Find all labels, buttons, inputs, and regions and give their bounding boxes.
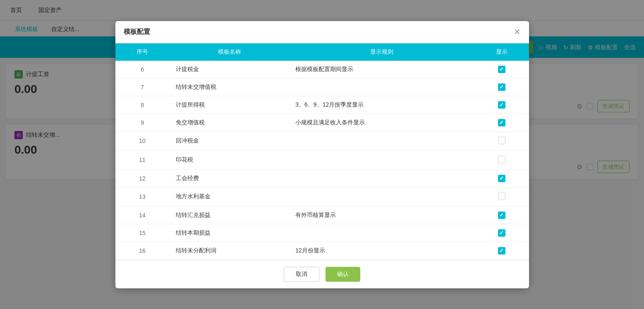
row-rule: 3、6、9、12月按季度显示 xyxy=(289,96,474,114)
row-display[interactable] xyxy=(474,78,529,96)
row-seq: 11 xyxy=(115,150,170,169)
row-display[interactable] xyxy=(474,187,529,206)
config-table: 序号 模板名称 显示规则 显示 6计提税金根据模板配置期间显示7结转未交增值税8… xyxy=(115,43,529,260)
row-name: 计提税金 xyxy=(170,61,290,78)
row-seq: 15 xyxy=(115,224,170,242)
col-rule: 显示规则 xyxy=(289,43,474,61)
table-row: 12工会经费 xyxy=(115,169,529,187)
checkbox-checked[interactable] xyxy=(498,175,505,182)
row-display[interactable] xyxy=(474,96,529,114)
table-row: 8计提所得税3、6、9、12月按季度显示 xyxy=(115,96,529,114)
row-name: 工会经费 xyxy=(170,169,290,187)
checkbox-checked[interactable] xyxy=(498,247,505,254)
col-seq: 序号 xyxy=(115,43,170,61)
table-row: 10回冲税金 xyxy=(115,131,529,150)
checkbox-checked[interactable] xyxy=(498,229,505,237)
row-seq: 14 xyxy=(115,206,170,224)
row-display[interactable] xyxy=(474,61,529,78)
row-display[interactable] xyxy=(474,114,529,131)
checkbox-checked[interactable] xyxy=(498,119,505,126)
table-row: 15结转本期损益 xyxy=(115,224,529,242)
table-row: 13地方水利基金 xyxy=(115,187,529,206)
checkbox-checked[interactable] xyxy=(498,66,505,73)
modal-footer: 取消 确认 xyxy=(115,260,529,288)
checkbox-unchecked[interactable] xyxy=(498,193,505,200)
col-display: 显示 xyxy=(474,43,529,61)
cancel-button[interactable]: 取消 xyxy=(284,267,319,282)
row-rule: 根据模板配置期间显示 xyxy=(289,61,474,78)
row-rule xyxy=(289,131,474,150)
row-name: 结转本期损益 xyxy=(170,224,290,242)
table-row: 14结转汇兑损益有外币核算显示 xyxy=(115,206,529,224)
table-row: 7结转未交增值税 xyxy=(115,78,529,96)
row-rule xyxy=(289,169,474,187)
checkbox-checked[interactable] xyxy=(498,101,505,109)
row-name: 地方水利基金 xyxy=(170,187,290,206)
row-name: 回冲税金 xyxy=(170,131,290,150)
checkbox-checked[interactable] xyxy=(498,212,505,219)
row-seq: 8 xyxy=(115,96,170,114)
modal-title: 模板配置 xyxy=(124,28,150,36)
checkbox-checked[interactable] xyxy=(498,83,505,91)
row-name: 计提所得税 xyxy=(170,96,290,114)
row-seq: 7 xyxy=(115,78,170,96)
col-name: 模板名称 xyxy=(170,43,290,61)
template-config-modal: 模板配置 ✕ 序号 模板名称 显示规则 显示 6计提税金根据模板配置期间显示7结… xyxy=(115,21,529,288)
row-seq: 12 xyxy=(115,169,170,187)
modal-body: 序号 模板名称 显示规则 显示 6计提税金根据模板配置期间显示7结转未交增值税8… xyxy=(115,43,529,260)
checkbox-unchecked[interactable] xyxy=(498,156,505,163)
row-rule xyxy=(289,150,474,169)
confirm-button[interactable]: 确认 xyxy=(326,267,360,282)
row-name: 结转未交增值税 xyxy=(170,78,290,96)
row-seq: 13 xyxy=(115,187,170,206)
table-row: 11印花税 xyxy=(115,150,529,169)
table-row: 6计提税金根据模板配置期间显示 xyxy=(115,61,529,78)
table-row: 9免交增值税小规模且满足收入条件显示 xyxy=(115,114,529,131)
checkbox-unchecked[interactable] xyxy=(498,137,505,144)
row-display[interactable] xyxy=(474,150,529,169)
modal-header: 模板配置 ✕ xyxy=(115,21,529,43)
row-display[interactable] xyxy=(474,131,529,150)
row-name: 结转汇兑损益 xyxy=(170,206,290,224)
row-display[interactable] xyxy=(474,206,529,224)
row-seq: 16 xyxy=(115,242,170,259)
row-display[interactable] xyxy=(474,242,529,259)
row-rule: 小规模且满足收入条件显示 xyxy=(289,114,474,131)
row-seq: 9 xyxy=(115,114,170,131)
row-name: 免交增值税 xyxy=(170,114,290,131)
table-row: 16结转未分配利润12月份显示 xyxy=(115,242,529,259)
row-rule: 有外币核算显示 xyxy=(289,206,474,224)
row-rule xyxy=(289,224,474,242)
modal-overlay[interactable]: 模板配置 ✕ 序号 模板名称 显示规则 显示 6计提税金根据模板配置期间显示7结… xyxy=(0,0,644,309)
row-seq: 10 xyxy=(115,131,170,150)
row-rule: 12月份显示 xyxy=(289,242,474,259)
row-display[interactable] xyxy=(474,224,529,242)
row-display[interactable] xyxy=(474,169,529,187)
row-seq: 6 xyxy=(115,61,170,78)
row-name: 结转未分配利润 xyxy=(170,242,290,259)
row-rule xyxy=(289,187,474,206)
modal-close-button[interactable]: ✕ xyxy=(514,28,521,36)
row-rule xyxy=(289,78,474,96)
table-header-row: 序号 模板名称 显示规则 显示 xyxy=(115,43,529,61)
row-name: 印花税 xyxy=(170,150,290,169)
